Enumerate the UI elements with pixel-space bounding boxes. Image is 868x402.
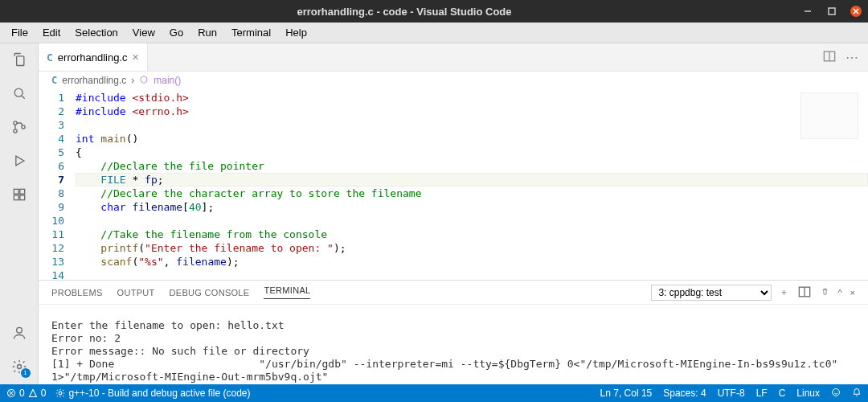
- editor[interactable]: 1234567891011121314 #include <stdio.h>#i…: [39, 89, 868, 280]
- svg-point-15: [833, 388, 840, 396]
- tab-label: errorhandling.c: [58, 51, 128, 64]
- menu-edit[interactable]: Edit: [36, 25, 67, 40]
- maximize-button[interactable]: [826, 6, 837, 17]
- titlebar: errorhandling.c - code - Visual Studio C…: [0, 0, 868, 23]
- menu-run[interactable]: Run: [191, 25, 223, 40]
- maximize-panel-icon[interactable]: ^: [837, 288, 841, 297]
- status-problems[interactable]: 0 0: [6, 388, 46, 399]
- menu-view[interactable]: View: [126, 25, 162, 40]
- terminal-selector[interactable]: 3: cppdbg: test: [651, 285, 772, 301]
- breadcrumb[interactable]: C errorhandling.c › main(): [39, 72, 868, 89]
- accounts-icon[interactable]: [10, 323, 29, 343]
- menu-go[interactable]: Go: [163, 25, 190, 40]
- status-eol[interactable]: LF: [756, 388, 768, 400]
- svg-point-14: [59, 392, 63, 395]
- source-control-icon[interactable]: [10, 117, 29, 137]
- split-editor-icon[interactable]: [821, 48, 837, 67]
- status-bar: 0 0 g++-10 - Build and debug active file…: [0, 384, 868, 402]
- symbol-method-icon: [139, 75, 149, 87]
- terminal-line: Enter the filename to open: hello.txt: [51, 319, 285, 331]
- editor-tabs: C errorhandling.c × ⋯: [39, 43, 868, 72]
- feedback-icon[interactable]: [831, 388, 841, 400]
- settings-badge: 1: [21, 368, 31, 378]
- panel-tab-problems[interactable]: PROBLEMS: [51, 288, 103, 297]
- panel-tab-terminal[interactable]: TERMINAL: [264, 285, 310, 299]
- activity-bar: 1: [0, 43, 39, 384]
- new-terminal-icon[interactable]: ＋: [780, 286, 788, 298]
- notifications-icon[interactable]: [852, 388, 862, 400]
- extensions-icon[interactable]: [10, 185, 29, 204]
- window-title: errorhandling.c - code - Visual Studio C…: [6, 6, 802, 18]
- kill-terminal-icon[interactable]: [821, 287, 829, 297]
- explorer-icon[interactable]: [10, 50, 29, 69]
- svg-point-3: [13, 129, 16, 133]
- svg-point-2: [13, 121, 16, 125]
- settings-gear-icon[interactable]: 1: [10, 357, 29, 376]
- terminal-line: Error no: 2: [51, 332, 121, 344]
- breadcrumb-symbol: main(): [154, 75, 181, 86]
- tab-errorhandling[interactable]: C errorhandling.c ×: [39, 43, 148, 71]
- status-lang[interactable]: C: [779, 388, 786, 400]
- svg-point-10: [17, 365, 21, 369]
- panel-tab-output[interactable]: OUTPUT: [117, 288, 155, 297]
- more-actions-icon[interactable]: ⋯: [845, 50, 858, 65]
- c-file-icon: C: [51, 75, 57, 86]
- code-area[interactable]: #include <stdio.h>#include <errno.h> int…: [76, 89, 868, 280]
- minimap[interactable]: [800, 92, 858, 139]
- status-encoding[interactable]: UTF-8: [718, 388, 745, 400]
- svg-rect-0: [829, 8, 835, 14]
- menu-help[interactable]: Help: [279, 25, 313, 40]
- terminal-line: Error message:: No such file or director…: [51, 345, 309, 357]
- close-panel-icon[interactable]: ×: [850, 288, 855, 297]
- status-os[interactable]: Linux: [796, 388, 820, 400]
- search-icon[interactable]: [10, 84, 29, 103]
- menu-terminal[interactable]: Terminal: [225, 25, 277, 40]
- line-number-gutter: 1234567891011121314: [39, 89, 76, 280]
- menu-selection[interactable]: Selection: [68, 25, 124, 40]
- svg-point-1: [14, 88, 23, 96]
- breadcrumb-file: errorhandling.c: [62, 75, 126, 86]
- chevron-right-icon: ›: [131, 75, 134, 86]
- menubar: FileEditSelectionViewGoRunTerminalHelp: [0, 23, 868, 43]
- svg-rect-8: [19, 195, 24, 200]
- tab-close-icon[interactable]: ×: [133, 51, 139, 64]
- svg-point-9: [16, 327, 22, 333]
- terminal-line: [1] + Done "/usr/bin/gdb" --interpreter=…: [51, 358, 844, 383]
- svg-rect-7: [14, 195, 18, 200]
- panel: PROBLEMSOUTPUTDEBUG CONSOLETERMINAL 3: c…: [39, 280, 868, 384]
- run-debug-icon[interactable]: [10, 151, 29, 170]
- svg-rect-5: [14, 189, 18, 194]
- terminal[interactable]: Enter the filename to open: hello.txt Er…: [39, 305, 868, 384]
- status-spaces[interactable]: Spaces: 4: [663, 388, 706, 400]
- split-terminal-icon[interactable]: [796, 284, 813, 302]
- minimize-button[interactable]: [802, 6, 813, 17]
- c-file-icon: C: [47, 51, 53, 64]
- status-build[interactable]: g++-10 - Build and debug active file (co…: [55, 388, 250, 399]
- status-cursor[interactable]: Ln 7, Col 15: [600, 388, 653, 400]
- svg-point-4: [21, 125, 24, 129]
- panel-tabs: PROBLEMSOUTPUTDEBUG CONSOLETERMINAL 3: c…: [39, 281, 868, 305]
- svg-rect-6: [19, 189, 24, 194]
- close-button[interactable]: [850, 6, 862, 17]
- menu-file[interactable]: File: [5, 25, 35, 40]
- panel-tab-debug-console[interactable]: DEBUG CONSOLE: [170, 288, 250, 297]
